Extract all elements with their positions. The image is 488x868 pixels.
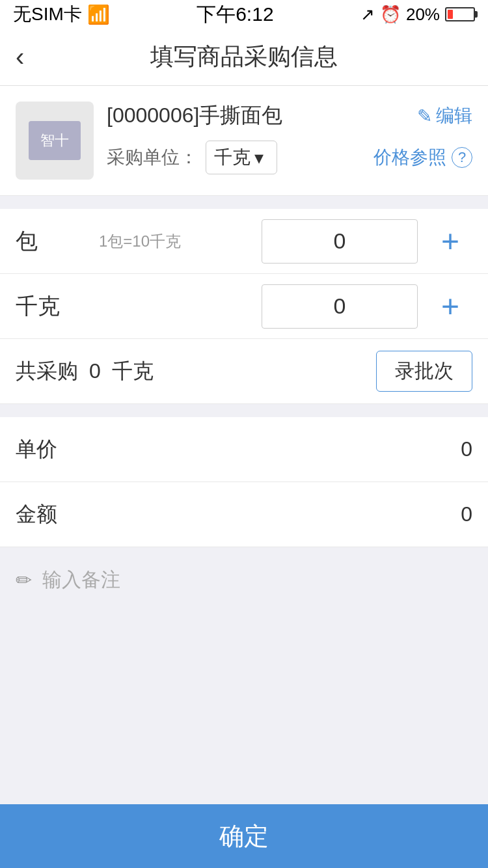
input-section: 包 1包=10千克 0 + 千克 0 + [0,209,488,339]
edit-icon: ✎ [417,105,432,127]
bag-plus-button[interactable]: + [428,219,472,264]
note-input[interactable]: 输入备注 [42,567,120,593]
nav-bar: ‹ 填写商品采购信息 [0,29,488,86]
battery-percent: 20% [406,5,440,25]
page-title: 填写商品采购信息 [150,41,338,73]
kg-label: 千克 [16,292,94,321]
price-ref-button[interactable]: 价格参照 ? [373,145,472,170]
kg-plus-button[interactable]: + [428,284,472,329]
total-row: 共采购 0 千克 录批次 [0,339,488,404]
batch-button[interactable]: 录批次 [376,351,472,392]
total-label: 共采购 [16,359,78,383]
total-text: 共采购 0 千克 [16,357,154,386]
kg-input-right: 0 + [94,284,472,329]
bag-sublabel: 1包=10千克 [99,231,181,252]
separator-2 [0,404,488,417]
carrier-text: 无SIM卡 [13,2,82,27]
amount-value: 0 [461,502,472,526]
unit-value: 千克 [214,145,251,170]
price-ref-label: 价格参照 [373,145,446,170]
kg-input-row: 千克 0 + [0,274,488,339]
edit-label: 编辑 [436,103,472,128]
unit-selector-group: 采购单位： 千克 ▾ [107,141,277,174]
note-pencil-icon: ✏ [16,569,32,591]
product-full-name: [0000006]手撕面包 [107,102,282,130]
back-button[interactable]: ‹ [16,42,24,72]
kg-quantity-input[interactable]: 0 [262,284,418,329]
status-left: 无SIM卡 📶 [13,2,110,27]
bag-input-row: 包 1包=10千克 0 + [0,209,488,274]
unit-price-label: 单价 [16,435,57,464]
location-icon: ↗ [360,5,375,25]
note-section[interactable]: ✏ 输入备注 [0,547,488,612]
separator-1 [0,196,488,209]
battery-indicator [445,7,475,21]
product-info: [0000006]手撕面包 ✎ 编辑 采购单位： 千克 ▾ 价格参照 ? [107,102,472,174]
price-section: 单价 0 金额 0 [0,417,488,547]
dropdown-chevron-icon: ▾ [254,147,264,169]
bag-input-right: 0 + [181,219,472,264]
confirm-button[interactable]: 确定 [0,804,488,868]
unit-row: 采购单位： 千克 ▾ 价格参照 ? [107,141,472,174]
total-unit: 千克 [112,359,154,383]
wifi-icon: 📶 [87,4,110,25]
bottom-space [0,612,488,807]
product-image: 智十 [16,102,94,180]
status-right: ↗ ⏰ 20% [360,5,475,25]
price-ref-help-icon: ? [452,147,472,168]
product-name-row: [0000006]手撕面包 ✎ 编辑 [107,102,472,130]
unit-label: 采购单位： [107,145,198,170]
unit-price-row: 单价 0 [0,417,488,482]
total-amount: 0 [89,359,101,383]
unit-dropdown[interactable]: 千克 ▾ [206,141,277,174]
bag-quantity-input[interactable]: 0 [262,219,418,264]
amount-row: 金额 0 [0,482,488,547]
battery-fill [448,10,453,19]
unit-price-value: 0 [461,437,472,461]
status-time: 下午6:12 [197,1,273,28]
edit-button[interactable]: ✎ 编辑 [417,103,472,128]
amount-label: 金额 [16,500,57,529]
product-section: 智十 [0000006]手撕面包 ✎ 编辑 采购单位： 千克 ▾ 价格参照 ? [0,86,488,196]
status-bar: 无SIM卡 📶 下午6:12 ↗ ⏰ 20% [0,0,488,29]
alarm-icon: ⏰ [380,5,401,25]
product-logo: 智十 [29,121,81,160]
bag-label: 包 [16,226,94,256]
